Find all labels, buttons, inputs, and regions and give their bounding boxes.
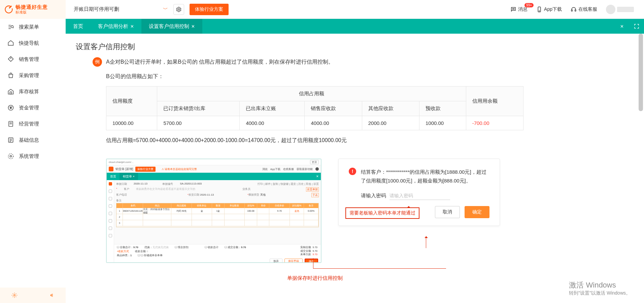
system-icon	[7, 153, 14, 160]
warehouse-icon	[7, 88, 14, 95]
th-sub: 预收款	[419, 101, 466, 116]
dialog-ok-button[interactable]: 确定	[465, 206, 489, 218]
scrollbar-thumb[interactable]	[639, 34, 643, 111]
topbar: 畅捷通好生意 标准版 开账日期可停用可删 ﹀ 体验行业方案 消息 99+ App…	[0, 0, 644, 19]
close-all-tabs-button[interactable]: ✕	[614, 24, 629, 29]
watermark-line1: 激活 Windows	[569, 280, 631, 290]
sidebar-item-operation[interactable]: 经营管理	[0, 116, 66, 132]
mobile-icon	[536, 6, 542, 12]
td: 5700.00	[157, 116, 240, 130]
svg-text:¥: ¥	[10, 106, 12, 109]
mini-tab-doc: 销货单 ×	[120, 173, 138, 180]
brand-name: 畅捷通好生意	[15, 4, 48, 10]
industry-solution-button[interactable]: 体验行业方案	[190, 4, 229, 15]
mini-logo-icon	[109, 167, 113, 171]
td: 4000.00	[305, 116, 362, 130]
th-credit-remain: 信用用余额	[466, 86, 523, 116]
th-sub: 销售应收款	[305, 101, 362, 116]
fullscreen-icon	[634, 23, 640, 29]
sidebar-label: 经营管理	[19, 121, 39, 127]
page-body: 设置客户信用控制 例 A企对B公司进行开单时，如果B公司的 信用占用额超过了信用…	[66, 34, 644, 303]
headset-icon	[571, 6, 577, 12]
settings-gear-button[interactable]	[173, 4, 184, 15]
sidebar-item-finance[interactable]: ¥ 资金管理	[0, 100, 66, 116]
svg-rect-6	[571, 9, 572, 11]
th-sub: 已出库未立账	[240, 101, 305, 116]
svg-point-0	[178, 8, 180, 10]
svg-line-12	[13, 28, 14, 28]
td: 1000.00	[419, 116, 466, 130]
sidebar-label: 系统管理	[19, 153, 39, 160]
tab-label: 首页	[73, 23, 83, 30]
sidebar-footer	[0, 288, 66, 303]
th-sub: 其他应收款	[362, 101, 419, 116]
svg-point-5	[539, 10, 540, 11]
sidebar-item-inventory[interactable]: 库存核算	[0, 83, 66, 100]
sidebar-label: 库存核算	[19, 89, 39, 95]
tab-credit-analysis[interactable]: 客户信用分析✕	[91, 19, 141, 34]
mini-tab-home: 首页	[107, 173, 120, 180]
mini-title: 销货单 [新增]	[115, 167, 133, 171]
sidebar-label: 销售管理	[19, 56, 39, 63]
watermark-line2: 转到"设置"以激活 Windows。	[569, 290, 631, 296]
avatar	[606, 5, 615, 14]
close-icon[interactable]: ✕	[191, 24, 195, 29]
warning-icon: !	[349, 168, 356, 175]
scrollbar[interactable]	[637, 34, 644, 303]
money-icon: ¥	[7, 104, 14, 111]
home-icon	[7, 40, 14, 46]
mini-save-btn: 保存	[305, 259, 318, 263]
sidebar-item-purchase[interactable]: 采购管理	[0, 67, 66, 83]
mini-draft-btn: 保存草稿	[284, 259, 303, 263]
user-menu[interactable]	[606, 5, 634, 14]
sidebar-item-basedata[interactable]: 基础信息	[0, 132, 66, 148]
sidebar-item-system[interactable]: 系统管理	[0, 148, 66, 164]
support-link[interactable]: 在线客服	[571, 6, 597, 12]
svg-point-13	[10, 58, 11, 59]
sidebar: 搜索菜单 快捷导航 销售管理 采购管理 库存核算 ¥ 资金管理 经营管理 基础信	[0, 19, 66, 303]
app-download-label: App下载	[544, 6, 562, 12]
brand-logo-icon	[4, 5, 13, 14]
close-icon[interactable]: ✕	[130, 24, 134, 29]
sidebar-item-sales[interactable]: 销售管理	[0, 51, 66, 67]
dialog-red-note: 需要老板输入密码本单才能通过	[345, 207, 419, 219]
gear-icon[interactable]	[11, 292, 18, 298]
dialog-cancel-button[interactable]: 取消	[435, 206, 460, 218]
page-title: 设置客户信用控制	[76, 42, 634, 52]
messages-badge: 99+	[524, 3, 534, 7]
account-period-dropdown[interactable]: 开账日期可停用可删 ﹀	[74, 6, 168, 12]
tabsbar: 首页 客户信用分析✕ 设置客户信用控制✕ ✕	[66, 19, 644, 34]
svg-point-25	[10, 156, 12, 157]
th-credit-limit: 信用额度	[106, 86, 157, 116]
illustration-screenshot: cloud.chanjet.com/...更新 销货单 [新增] 体验行业方案 …	[106, 159, 321, 263]
svg-point-1	[512, 8, 513, 9]
fullscreen-button[interactable]	[629, 23, 644, 29]
svg-point-3	[514, 8, 515, 9]
dialog-pwd-input[interactable]	[389, 192, 450, 200]
bag-icon	[7, 72, 14, 79]
connector-line	[313, 268, 446, 269]
mini-warn: ⚠ 请将本页基础信息填写完整	[162, 167, 197, 171]
dialog-message: 结算客户：************的信用占用额为[1888.00元]，超过了信用…	[361, 168, 489, 185]
tab-credit-control[interactable]: 设置客户信用控制✕	[141, 19, 202, 34]
illustration-dialog: ! 结算客户：************的信用占用额为[1888.00元]，超过了…	[338, 159, 500, 226]
tag-icon	[7, 56, 14, 63]
collapse-icon[interactable]	[48, 292, 54, 298]
sidebar-item-search[interactable]: 搜索菜单	[0, 19, 66, 35]
td: 4000.00	[240, 116, 305, 130]
svg-point-2	[513, 8, 514, 9]
sidebar-item-shortcut[interactable]: 快捷导航	[0, 35, 66, 51]
mini-refresh: 更新	[310, 160, 319, 164]
tab-home[interactable]: 首页	[66, 19, 91, 34]
search-icon	[7, 24, 14, 30]
dialog-pwd-label: 请输入密码	[361, 193, 386, 199]
app-download-link[interactable]: App下载	[536, 6, 562, 12]
messages-link[interactable]: 消息 99+	[510, 6, 528, 12]
mini-discard-btn: 放弃	[270, 259, 282, 263]
sidebar-label: 快捷导航	[19, 40, 39, 46]
th-credit-used: 信用占用额	[157, 86, 466, 101]
td-negative: -700.00	[466, 116, 523, 130]
td: 2000.00	[362, 116, 419, 130]
svg-point-26	[14, 295, 15, 296]
svg-rect-7	[575, 9, 576, 11]
